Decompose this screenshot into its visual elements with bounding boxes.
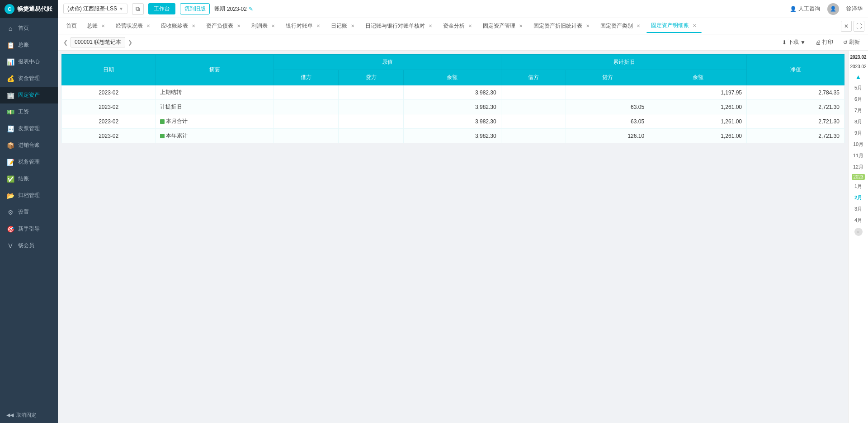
print-label: 打印 [822,38,833,46]
cell-accum-debit [501,114,566,129]
period-nav-month-9[interactable]: 9月 [849,127,868,139]
tab-close-icon[interactable]: ✕ [518,23,524,29]
fixed-assets-icon: 🏢 [6,92,14,99]
sidebar-item-reports[interactable]: 📊 报表中心 [0,53,58,70]
sidebar-item-label: 固定资产 [18,91,40,99]
tab-label: 固定资产明细账 [651,22,689,29]
col-header-accum-credit: 贷方 [566,70,649,85]
sidebar-item-label: 总账 [18,41,29,49]
header-right: 👤 人工咨询 👤 徐泽华 [790,3,863,15]
tab-journal[interactable]: 日记账 ✕ [326,19,360,33]
tab-close-icon[interactable]: ✕ [428,23,433,29]
sidebar-item-ledger[interactable]: 📋 总账 [0,37,58,53]
tab-label: 资产负债表 [206,22,233,30]
sidebar-item-settings[interactable]: ⚙ 设置 [0,204,58,221]
sidebar-item-funds[interactable]: 💰 资金管理 [0,70,58,87]
period-nav-month-12[interactable]: 12月 [849,161,868,173]
tab-close-icon[interactable]: ✕ [146,23,151,29]
copy-button[interactable]: ⧉ [132,3,144,15]
sidebar-item-member[interactable]: V 畅会员 [0,237,58,254]
tab-close-icon[interactable]: ✕ [350,23,355,29]
tab-home[interactable]: 首页 [61,19,81,33]
tab-close-icon[interactable]: ✕ [100,23,106,29]
tab-ledger[interactable]: 总账 ✕ [82,19,110,33]
switch-version-button[interactable]: 切到旧版 [180,3,210,14]
period-nav-month-6[interactable]: 6月 [849,94,868,105]
tab-close-icon[interactable]: ✕ [636,23,641,29]
sidebar-item-closing[interactable]: ✅ 结账 [0,170,58,187]
cell-accum-balance: 1,261.00 [649,114,747,129]
period-nav-month-1[interactable]: 1月 [849,181,868,192]
tab-receivable-aging[interactable]: 应收账龄表 ✕ [156,19,201,33]
cell-date: 2023-02 [62,100,156,114]
cell-orig-debit [274,129,338,143]
user-avatar[interactable]: 👤 [827,3,839,15]
expand-tabs-button[interactable]: ⛶ [854,21,864,32]
tax-icon: 📝 [6,159,14,166]
unpin-icon: ◀◀ [6,412,14,418]
breadcrumb: 000001 联想笔记本 [71,37,125,47]
user-service-button[interactable]: 👤 人工咨询 [790,5,820,13]
table-row: 2023-02 上期结转 3,982.30 1,197.95 2,784.35 [62,85,844,100]
breadcrumb-nav: ❮ 000001 联想笔记本 ❯ [63,37,132,47]
sidebar-item-invoice[interactable]: 🧾 发票管理 [0,120,58,137]
tab-close-icon[interactable]: ✕ [692,23,697,28]
tab-close-icon[interactable]: ✕ [467,23,473,29]
sidebar-item-label: 畅会员 [18,242,34,249]
tab-depreciation-stats[interactable]: 固定资产折旧统计表 ✕ [529,19,595,33]
cell-accum-debit [501,85,566,100]
sidebar-item-fixed-assets[interactable]: 🏢 固定资产 [0,87,58,103]
sidebar-item-label: 资金管理 [18,75,40,82]
sidebar-item-label: 工资 [18,108,29,116]
sidebar-item-home[interactable]: ⌂ 首页 [0,20,58,37]
refresh-button[interactable]: ↺ 刷新 [840,37,863,47]
sidebar-item-archive[interactable]: 📂 归档管理 [0,187,58,204]
period-nav-month-2[interactable]: 2月 [849,192,868,203]
tab-bank-statement[interactable]: 银行对账单 ✕ [281,19,326,33]
sidebar-item-guide[interactable]: 🎯 新手引导 [0,221,58,237]
tab-close-icon[interactable]: ✕ [585,23,590,29]
download-button[interactable]: ⬇ 下载 ▼ [779,37,808,47]
period-nav-up-button[interactable]: ▲ [855,71,862,82]
cell-orig-debit [274,114,338,129]
col-header-orig-credit: 贷方 [339,70,403,85]
period-nav-month-5[interactable]: 5月 [849,82,868,94]
tab-asset-detail[interactable]: 固定资产明细账 ✕ [646,19,702,33]
cell-accum-balance: 1,197.95 [649,85,747,100]
cell-orig-balance: 3,982.30 [403,114,501,129]
breadcrumb-back-icon[interactable]: ❮ [63,39,68,46]
period-nav-month-3[interactable]: 3月 [849,203,868,215]
ledger-icon: 📋 [6,42,14,49]
period-nav-month-8[interactable]: 8月 [849,116,868,127]
tab-close-icon[interactable]: ✕ [236,23,241,29]
sidebar-item-purchase-sales[interactable]: 📦 进销台账 [0,137,58,154]
period-nav-month-4[interactable]: 4月 [849,215,868,226]
period-edit-icon[interactable]: ✎ [249,6,253,12]
tab-label: 固定资产折旧统计表 [533,22,582,30]
period-nav-month-11[interactable]: 11月 [849,150,868,161]
period-nav-month-7[interactable]: 7月 [849,105,868,116]
tab-profit[interactable]: 利润表 ✕ [247,19,280,33]
unpin-sidebar-button[interactable]: ◀◀ 取消固定 [0,407,58,423]
tab-close-icon[interactable]: ✕ [270,23,276,29]
tab-business-status[interactable]: 经营状况表 ✕ [111,19,156,33]
company-selector[interactable]: (劝你) 江西服垄-LSS ▼ [63,4,127,14]
tab-journal-bank-reconcile[interactable]: 日记账与银行对账单核对 ✕ [361,19,438,33]
workbench-button[interactable]: 工作台 [148,3,175,14]
print-button[interactable]: 🖨 打印 [813,37,836,47]
period-nav-month-10[interactable]: 10月 [849,139,868,150]
closing-icon: ✅ [6,175,14,183]
tab-balance-sheet[interactable]: 资产负债表 ✕ [202,19,246,33]
period-nav-circle-button[interactable]: ○ [854,228,863,236]
tab-fixed-assets-mgmt[interactable]: 固定资产管理 ✕ [478,19,528,33]
sidebar-item-tax[interactable]: 📝 税务管理 [0,154,58,170]
tab-close-icon[interactable]: ✕ [191,23,196,29]
period-label: 账期 [214,5,225,13]
close-all-tabs-button[interactable]: ✕ [841,21,852,32]
sidebar-menu: ⌂ 首页 📋 总账 📊 报表中心 💰 资金管理 🏢 固定资产 💵 工资 🧾 发票… [0,18,58,407]
tab-fund-analysis[interactable]: 资金分析 ✕ [439,19,477,33]
sidebar-item-payroll[interactable]: 💵 工资 [0,103,58,120]
breadcrumb-forward-icon[interactable]: ❯ [128,39,132,46]
tab-asset-category[interactable]: 固定资产类别 ✕ [596,19,646,33]
tab-close-icon[interactable]: ✕ [316,23,321,29]
